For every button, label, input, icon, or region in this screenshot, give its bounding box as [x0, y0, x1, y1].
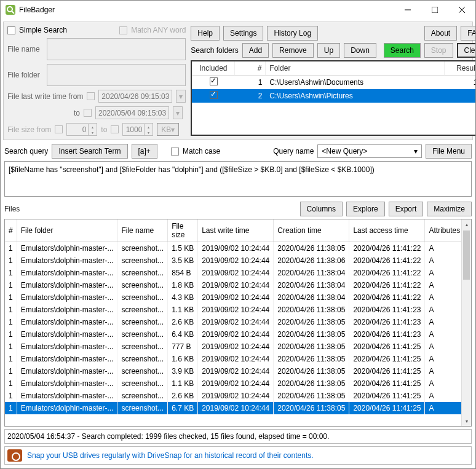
table-row[interactable]: 1Emulators\dolphin-master-...screenshot.… — [5, 316, 461, 328]
grid-scrollbar[interactable]: ▴ ▾ — [461, 219, 471, 426]
table-row[interactable]: 1Emulators\dolphin-master-...screenshot.… — [5, 328, 461, 341]
footer: Snap your USB drives regularly with Driv… — [4, 446, 472, 465]
file-folder-label: File folder — [7, 71, 43, 79]
search-query-label: Search query — [4, 147, 48, 156]
date-from-dropdown-icon[interactable]: ▾ — [176, 90, 186, 103]
size-min-input[interactable]: 0▴▾ — [66, 123, 97, 136]
match-any-checkbox — [119, 26, 127, 34]
file-size-from-label: File size from — [7, 125, 51, 134]
match-any-label: Match ANY word — [131, 26, 186, 34]
history-log-button[interactable]: History Log — [267, 26, 318, 41]
grid-col-name[interactable]: File name — [117, 219, 168, 242]
faq-button[interactable]: FAQ — [461, 26, 476, 41]
grid-col-lastwrite[interactable]: Last write time — [198, 219, 274, 242]
settings-button[interactable]: Settings — [223, 26, 263, 41]
grid-col-folder[interactable]: File folder — [17, 219, 117, 242]
titlebar: FileBadger — [1, 1, 475, 19]
file-folder-input[interactable] — [47, 64, 186, 86]
date-to-input[interactable] — [95, 106, 169, 119]
last-write-from-label: File last write time from — [7, 92, 83, 101]
svg-point-0 — [7, 7, 12, 12]
folder-row[interactable]: 1C:\Users\Ashwin\Documents15 — [192, 76, 476, 89]
table-row[interactable]: 1Emulators\dolphin-master-...screenshot.… — [5, 353, 461, 365]
size-from-checkbox — [55, 125, 63, 133]
svg-line-1 — [12, 11, 14, 14]
query-textbox[interactable]: [$fileName has "screenshot"] and [$fileF… — [4, 161, 472, 197]
top-panel: Simple Search Match ANY word File name F… — [3, 22, 473, 140]
query-name-label: Query name — [273, 147, 314, 156]
col-folder[interactable]: Folder — [266, 61, 445, 75]
search-folders-label: Search folders — [191, 46, 238, 55]
footer-link[interactable]: Snap your USB drives regularly with Driv… — [27, 451, 314, 460]
down-button[interactable]: Down — [344, 43, 376, 58]
folders-table[interactable]: Included # Folder Results 1C:\Users\Ashw… — [191, 60, 476, 136]
scroll-up-icon[interactable]: ▴ — [462, 219, 471, 229]
file-menu-button[interactable]: File Menu — [426, 144, 472, 159]
minimize-button[interactable] — [394, 1, 421, 19]
match-case-label: Match case — [183, 147, 220, 156]
status-bar: 2020/05/04 16:54:37 - Search completed: … — [4, 429, 472, 444]
up-button[interactable]: Up — [317, 43, 340, 58]
stop-button: Stop — [424, 43, 453, 58]
date-to-checkbox[interactable] — [84, 109, 92, 117]
search-button[interactable]: Search — [384, 43, 421, 58]
grid-col-size[interactable]: File size — [168, 219, 198, 242]
explore-button[interactable]: Explore — [346, 202, 385, 216]
table-row[interactable]: 1Emulators\dolphin-master-...screenshot.… — [5, 254, 461, 267]
insert-search-term-button[interactable]: Insert Search Term — [52, 144, 127, 159]
add-folder-button[interactable]: Add — [242, 43, 269, 58]
clear-button[interactable]: Clear — [457, 43, 476, 58]
col-num[interactable]: # — [235, 61, 266, 75]
date-to-dropdown-icon[interactable]: ▾ — [173, 106, 183, 119]
scroll-down-icon[interactable]: ▾ — [462, 416, 471, 426]
simple-search-label: Simple Search — [19, 26, 67, 34]
export-button[interactable]: Export — [389, 202, 424, 216]
close-button[interactable] — [448, 1, 475, 19]
regex-button[interactable]: [a]+ — [132, 144, 157, 159]
table-row[interactable]: 1Emulators\dolphin-master-...screenshot.… — [5, 267, 461, 279]
table-row[interactable]: 1Emulators\dolphin-master-...screenshot.… — [5, 242, 461, 255]
size-max-input[interactable]: 1000▴▾ — [122, 123, 153, 136]
col-results[interactable]: Results — [445, 61, 476, 75]
folder-row[interactable]: 2C:\Users\Ashwin\Pictures0 — [192, 89, 476, 103]
date-from-checkbox[interactable] — [87, 92, 95, 100]
to-label: to — [7, 109, 80, 117]
app-icon — [6, 5, 15, 15]
file-name-label: File name — [7, 45, 43, 53]
table-row[interactable]: 1Emulators\dolphin-master-...screenshot.… — [5, 390, 461, 402]
col-included[interactable]: Included — [192, 61, 235, 75]
grid-col-attr[interactable]: Attributes — [425, 219, 461, 242]
grid-col-creation[interactable]: Creation time — [274, 219, 349, 242]
camera-icon — [7, 449, 22, 462]
table-row[interactable]: 1Emulators\dolphin-master-...screenshot.… — [5, 291, 461, 304]
scroll-thumb[interactable] — [463, 231, 470, 280]
table-row[interactable]: 1Emulators\dolphin-master-...screenshot.… — [5, 402, 461, 414]
maximize-button[interactable] — [421, 1, 448, 19]
svg-rect-3 — [432, 7, 438, 13]
maximize-files-button[interactable]: Maximize — [427, 202, 472, 216]
query-name-dropdown[interactable]: <New Query>▾ — [317, 144, 422, 158]
match-case-checkbox[interactable] — [171, 148, 179, 156]
size-to-label: to — [101, 125, 107, 134]
table-row[interactable]: 1Emulators\dolphin-master-...screenshot.… — [5, 341, 461, 353]
files-label: Files — [4, 205, 296, 213]
about-button[interactable]: About — [424, 26, 457, 41]
size-to-checkbox — [111, 125, 119, 133]
grid-col-lastaccess[interactable]: Last access time — [349, 219, 425, 242]
simple-search-checkbox[interactable] — [7, 26, 15, 34]
columns-button[interactable]: Columns — [300, 202, 343, 216]
date-from-input[interactable] — [98, 90, 172, 103]
size-unit-dropdown[interactable]: KB ▾ — [157, 123, 179, 136]
folder-include-checkbox[interactable] — [210, 77, 218, 85]
table-row[interactable]: 1Emulators\dolphin-master-...screenshot.… — [5, 365, 461, 377]
grid-col-num[interactable]: # — [5, 219, 17, 242]
window-title: FileBadger — [19, 6, 394, 14]
remove-folder-button[interactable]: Remove — [272, 43, 314, 58]
table-row[interactable]: 1Emulators\dolphin-master-...screenshot.… — [5, 377, 461, 390]
table-row[interactable]: 1Emulators\dolphin-master-...screenshot.… — [5, 304, 461, 316]
table-row[interactable]: 1Emulators\dolphin-master-...screenshot.… — [5, 279, 461, 291]
help-button[interactable]: Help — [191, 26, 220, 41]
folder-include-checkbox[interactable] — [210, 91, 218, 99]
results-grid[interactable]: # File folder File name File size Last w… — [4, 219, 472, 427]
file-name-input[interactable] — [47, 38, 186, 60]
